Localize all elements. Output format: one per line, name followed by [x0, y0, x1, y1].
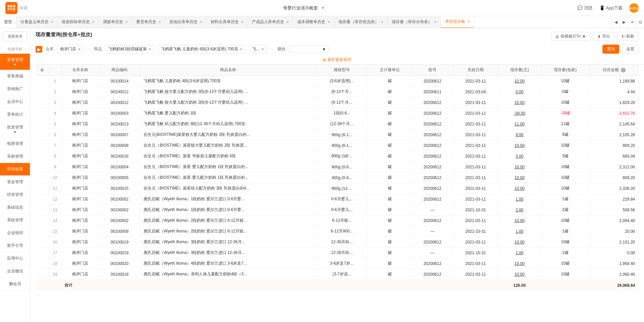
row-stock-main[interactable]: 1.00 — [498, 194, 541, 205]
tab-close-icon[interactable]: ✕ — [467, 20, 470, 23]
tab-xianzai-ku[interactable]: 现存量（库存状况表） ✕ — [334, 16, 388, 28]
row-stock-main[interactable]: -39.00 — [498, 108, 541, 119]
sidebar-item-dianShang[interactable]: 电商管理 — [0, 138, 30, 150]
tab-close-icon[interactable]: ✕ — [241, 20, 244, 24]
row-stock-main[interactable]: 0.00 — [498, 87, 541, 97]
tab-close-icon[interactable]: ✕ — [327, 20, 330, 24]
row-stock-pkg: 1罐 — [541, 194, 590, 205]
row-no: 4 — [49, 108, 61, 119]
tab-close-icon[interactable]: ✕ — [381, 20, 383, 24]
row-stock-main[interactable]: 10.00 — [498, 237, 541, 248]
tab-kupi-pici[interactable]: 库存批次账 ✕ — [441, 16, 474, 28]
row-stock-main[interactable]: 2.00 — [498, 205, 541, 215]
row-stock-main[interactable]: 10.00 — [498, 162, 541, 172]
sidebar-item-qiYe[interactable]: 企业协同 — [0, 227, 30, 239]
warehouse-tag-nanan[interactable]: 南岸门店 ✕ — [57, 45, 84, 53]
sidebar-item-lingShop[interactable]: 零售商城 — [0, 70, 30, 83]
expand-conditions-btn[interactable]: ⊞ 展开更多条件 — [323, 57, 352, 63]
footer-stock-pkg — [541, 280, 590, 291]
query-btn[interactable]: 查询 — [602, 45, 619, 54]
sidebar-item-label: 资金管理 — [3, 179, 27, 185]
product-tag-1[interactable]: 飞鹤奶粉3段四罐提装 ✕ — [105, 45, 155, 53]
export-btn[interactable]: ⬇ 导出 — [593, 32, 614, 41]
row-stock-main[interactable]: 3.00 — [498, 151, 541, 162]
tab-xianzai-fen[interactable]: 现存量（库存分布表） ✕ — [388, 16, 441, 28]
row-spec: 3-6岁及7岁... — [316, 258, 367, 269]
tab-fen-pan[interactable]: 分量盘点单历史 ✕ — [16, 16, 58, 28]
sidebar-item-caiGou[interactable]: 采购管理 — [0, 150, 30, 163]
tab-close-icon[interactable]: ✕ — [286, 20, 289, 24]
tab-menu-btn[interactable]: ⊟ — [636, 16, 644, 28]
sidebar-item-jingYing[interactable]: 经营管理 — [0, 189, 30, 201]
row-stock-main[interactable]: 10.00 — [498, 183, 541, 194]
row-stock-main[interactable]: 10.00 — [498, 258, 541, 269]
tab-zu-chai[interactable]: 组装拆卸单历史 ✕ — [58, 16, 99, 28]
row-stock-main[interactable]: 9.00 — [498, 129, 541, 140]
row-stock-main[interactable]: 10.00 — [498, 172, 541, 183]
balance-info-icon[interactable]: i — [621, 68, 626, 72]
tab-close-icon[interactable]: ✕ — [158, 20, 161, 24]
row-stock-main[interactable]: 1.00 — [498, 226, 541, 237]
tab-close-all-btn[interactable]: ✕ — [628, 16, 636, 28]
sidebar-item-huiYuan[interactable]: 会员中心 — [0, 96, 30, 108]
tab-prev-btn[interactable]: ◀ — [612, 16, 620, 28]
settings-btn[interactable]: 设置 — [622, 45, 639, 54]
table-row: 3 南岸门店 00100012 飞鹤星飞帆 较大婴儿配方奶粉 2段(6-12个月… — [36, 97, 639, 108]
row-expire: 2021-03-11 — [453, 162, 498, 172]
tab-home[interactable]: 首页 — [0, 16, 16, 28]
print-btn[interactable]: 🖨 按模板打印 ▼ — [551, 32, 590, 41]
row-stock-pkg: 1罐 — [541, 248, 590, 258]
tab-diao-bo[interactable]: 调拨单历史 ✕ — [99, 16, 132, 28]
avatar[interactable]: demo2 — [629, 3, 639, 13]
product-ellipsis[interactable]: ··· — [271, 47, 274, 52]
sidebar-item-xiTong[interactable]: 系统管理 — [0, 214, 30, 227]
row-stock-main[interactable]: 11.00 — [498, 119, 541, 129]
row-stock-main[interactable]: 10.00 — [498, 215, 541, 226]
sidebar-item-kuCun[interactable]: 库存核算 — [0, 163, 30, 176]
tab-chengben[interactable]: 成本调整单历史 ✕ — [293, 16, 334, 28]
tab-chanpin-ru[interactable]: 产成品入库单历史 ✕ — [248, 16, 293, 28]
color-dropdown[interactable]: ▼ — [289, 46, 329, 53]
row-unit: 罐 — [367, 76, 412, 87]
col-settings[interactable]: ⚙ — [36, 64, 49, 76]
sidebar-item-yingYong[interactable]: 应用中心 — [0, 252, 30, 265]
refresh-btn[interactable]: ↻ 刷新 — [617, 32, 639, 41]
account-selector[interactable]: 母婴行业演示账套 ▼ — [283, 5, 325, 11]
tab-next-btn[interactable]: ▶ — [620, 16, 628, 28]
row-name: 惠氏启赋（Wyeth illuma）3段奶粉 爱尔兰进口 12-36月... — [140, 237, 317, 248]
row-stock-main[interactable]: 10.00 — [498, 269, 541, 280]
tab-close-icon[interactable]: ✕ — [200, 20, 202, 24]
tab-close-icon[interactable]: ✕ — [434, 20, 437, 24]
warehouse-ellipsis[interactable]: ··· — [87, 47, 91, 52]
row-warehouse: 南岸门店 — [61, 97, 99, 108]
tab-close-icon[interactable]: ✕ — [51, 20, 53, 24]
row-stock-main[interactable]: 1.00 — [498, 248, 541, 258]
expand-filter-btn[interactable]: ▶ — [36, 46, 42, 53]
search-menu-btn[interactable]: 搜索菜单 — [3, 32, 27, 41]
tab-close-icon[interactable]: ✕ — [125, 20, 128, 24]
sidebar-item-yingXiao[interactable]: 营销推广 — [0, 83, 30, 96]
sidebar-item-ziJin[interactable]: 资金管理 — [0, 176, 30, 189]
sidebar-item-xinShou[interactable]: 新手引导 — [0, 239, 30, 252]
row-stock-main[interactable]: 10.00 — [498, 76, 541, 87]
row-stock-main[interactable]: 10.00 — [498, 140, 541, 151]
tab-yao-huo[interactable]: 要货单历史 ✕ — [132, 16, 165, 28]
tab-close-icon[interactable]: ✕ — [92, 20, 95, 24]
row-stock-main[interactable]: 10.00 — [498, 97, 541, 108]
tab-cailiao-chu[interactable]: 材料出库单历史 ✕ — [207, 16, 248, 28]
product-tag-close-icon[interactable]: ✕ — [261, 47, 264, 52]
warehouse-tag-close-icon[interactable]: ✕ — [77, 47, 81, 52]
product-tag-close-icon[interactable]: ✕ — [148, 47, 152, 52]
sidebar-item-lingShou[interactable]: 零售管理 ▼ — [0, 54, 30, 70]
sidebar-item-huiYuanS[interactable]: 畅会员 — [0, 278, 30, 290]
sidebar-item-jiChu[interactable]: 基础信息 — [0, 201, 30, 214]
sidebar-item-piFA[interactable]: 批发管理 ▼ — [0, 121, 30, 138]
sidebar-item-qiYeWx[interactable]: 企业微信 — [0, 265, 30, 278]
product-tag-close-icon[interactable]: ✕ — [239, 47, 243, 52]
message-btn[interactable]: 💬 消息 — [577, 5, 593, 11]
product-tag-2[interactable]: 飞鹤星飞帆 儿童奶粉 4段(3-6岁适用) 700克 ✕ — [158, 45, 246, 53]
product-tag-3[interactable]: 飞... ✕ — [249, 45, 267, 53]
app-download-btn[interactable]: 📱 App下载 — [599, 5, 623, 11]
sidebar-item-tongJi[interactable]: 零售统计 — [0, 108, 30, 121]
tab-qita-chu[interactable]: 其他出库单历史 ✕ — [165, 16, 207, 28]
